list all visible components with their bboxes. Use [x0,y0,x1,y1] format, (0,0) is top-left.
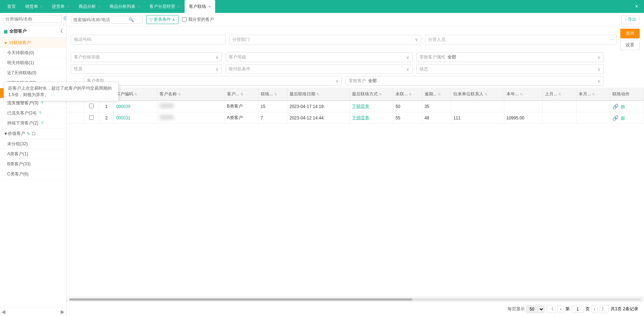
value-checkbox-icon[interactable]: ☐ [32,131,36,136]
filter-phone[interactable]: 电话号码 [71,35,226,44]
sidebar-item-b-class[interactable]: B类客户(33) [0,159,66,169]
row2-last-method-link[interactable]: 下销货单 [352,115,369,120]
table-code-th[interactable]: 客户编码 ⇅ [113,88,157,100]
filter-retail-attr[interactable]: 零散客户属性 全部 ∨ [416,52,604,62]
sidebar-item-a-class[interactable]: A类客户(1) [0,149,66,159]
row2-code[interactable]: 000031 [113,112,157,124]
row2-select[interactable] [89,115,94,120]
table-uncontacted-th[interactable]: 未联... ⇅ [393,88,422,100]
sidebar-value-section-title[interactable]: ▼ 价值客户 ✎ ☐ [0,128,66,139]
row1-grid-icon[interactable]: ⊞ [621,104,625,109]
prev-page-button[interactable]: ‹ [557,306,564,313]
table-overdue-th[interactable]: 逾期... ⇅ [422,88,451,100]
table-last-month-th[interactable]: 上月... ⇅ [543,88,576,100]
row1-checkbox[interactable] [84,100,99,112]
table-this-month-th[interactable]: 本月... ⇅ [576,88,610,100]
nav-analysis-list-close[interactable]: × [138,4,140,9]
contact-sort[interactable]: 联络... ⇅ [261,91,277,97]
my-customer-checkbox[interactable] [182,17,187,22]
first-page-button[interactable]: 《 [547,305,556,313]
declining-help-icon[interactable]: ? [41,121,43,125]
filter-price-level[interactable]: 客户价格等级 ∨ [71,52,222,62]
search-submit-icon[interactable]: 🔍 [129,17,134,22]
manager-dots[interactable]: ··· [610,37,613,42]
table-name-th[interactable]: 客户名称 ⇅ [157,88,224,100]
lost-predict-help-icon[interactable]: ? [41,101,43,105]
table-last-method-th[interactable]: 最后联络方式 ⇅ [350,88,393,100]
last-date-sort[interactable]: 最后联络日期 ⇅ [289,91,319,97]
this-month-sort[interactable]: 本月... ⇅ [579,91,595,97]
lost-help-icon[interactable]: ? [39,111,41,115]
nav-item-purchase[interactable]: 进货单 × [47,0,73,13]
filter-customer-type[interactable]: 客户类型 ∨ [84,76,342,86]
sidebar-item-tomorrow[interactable]: 明天待联络(1) [0,58,66,68]
nav-purchase-close[interactable]: × [67,4,69,9]
sidebar-all-customers[interactable]: ▦ 全部客户 《 [0,25,66,38]
nav-item-analysis[interactable]: 商品分析 × [74,0,105,13]
table-this-year-th[interactable]: 本年... ⇅ [504,88,542,100]
more-filter-button[interactable]: ▽ 更多条件 ∧ [146,15,179,24]
nav-sales-close[interactable]: × [40,4,42,9]
nav-item-customer-tier[interactable]: 客户分层经营 × [145,0,184,13]
nav-item-customer-contact[interactable]: 客户联络 × [185,0,215,13]
sidebar-item-ungroup[interactable]: 未分组(32) [0,139,66,149]
nav-analysis-close[interactable]: × [98,4,100,9]
table-type-th[interactable]: 客户... ⇅ [224,88,258,100]
search-input[interactable] [73,17,127,22]
settings-button[interactable]: 设置 [620,40,640,50]
contact-person-sort[interactable]: 往来单位联系人 ⇅ [453,91,487,97]
tooltip-more-icon[interactable]: ··· [51,92,55,97]
row1-code[interactable]: 000039 [113,100,157,112]
filter-status[interactable]: 状态 ∨ [416,64,604,74]
last-method-sort[interactable]: 最后联络方式 ⇅ [352,91,382,97]
sidebar-pending-title[interactable]: ▼ 待联络客户 [0,38,66,48]
type-sort[interactable]: 客户... ⇅ [227,91,243,97]
sidebar-item-7days[interactable]: 近7天待联络(0) [0,68,66,78]
nav-item-home[interactable]: 首页 [3,0,20,13]
table-contact-th[interactable]: 联络... ⇅ [258,88,287,100]
sidebar-item-today[interactable]: 今天待联络(0) [0,48,66,58]
filter-dept[interactable]: 分管部门 ∨ [229,35,421,44]
window-close-button[interactable]: × [632,3,641,10]
nav-item-sales[interactable]: 销货单 × [21,0,47,13]
scroll-thumb[interactable] [69,298,412,301]
page-input[interactable] [571,306,584,313]
query-button[interactable]: 查询 [620,29,640,38]
sidebar-nav-left[interactable]: ◀ [1,309,5,315]
sidebar-search-icon[interactable]: 🔍 [63,16,66,22]
row1-last-method-link[interactable]: 下销货单 [352,104,369,109]
filter-payment[interactable]: 收付款条件 ∨ [226,64,413,74]
sidebar-item-c-class[interactable]: C类客户(6) [0,169,66,179]
row2-link-icon[interactable]: 🔗 [612,115,618,121]
row1-select[interactable] [89,104,94,108]
row2-checkbox[interactable] [84,112,99,124]
table-last-date-th[interactable]: 最后联络日期 ⇅ [287,88,350,100]
nav-customer-tier-close[interactable]: × [177,4,180,9]
row2-last-method[interactable]: 下销货单 [350,112,393,124]
horizontal-scroll-area[interactable] [66,297,644,302]
per-page-select[interactable]: 50 10 20 100 [526,305,545,313]
next-page-button[interactable]: › [591,306,598,313]
row1-last-method[interactable]: 下销货单 [350,100,393,112]
sidebar-item-declining[interactable]: 持续下滑客户(2) ? [0,118,66,128]
filter-retail-customer[interactable]: 零散客户 全部 ∨ [346,76,604,86]
sidebar-collapse-icon[interactable]: 《 [58,28,62,34]
row1-link-icon[interactable]: 🔗 [612,104,618,109]
nav-customer-contact-close[interactable]: × [208,4,210,9]
filter-customer-level[interactable]: 客户等级 ∨ [226,52,413,62]
nav-item-analysis-list[interactable]: 商品分析列表 × [105,0,144,13]
row2-grid-icon[interactable]: ⊞ [621,115,625,121]
last-page-button[interactable]: 》 [599,305,608,313]
uncontacted-sort[interactable]: 未联... ⇅ [395,91,412,97]
this-year-sort[interactable]: 本年... ⇅ [506,91,523,97]
code-sort[interactable]: 客户编码 ⇅ [116,91,137,97]
filter-gender[interactable]: 性质 ∨ [71,64,222,74]
last-month-sort[interactable]: 上月... ⇅ [545,91,561,97]
sidebar-nav-right[interactable]: ▶ [61,309,65,315]
value-edit-icon[interactable]: ✎ [27,131,30,136]
export-button[interactable]: ↑ 导出 [621,15,640,24]
overdue-sort[interactable]: 逾期... ⇅ [425,91,441,97]
sidebar-item-lost[interactable]: 已流失客户(24) ? [0,108,66,118]
sidebar-search-input[interactable] [3,15,62,23]
filter-manager[interactable]: 分管人员 ··· [425,35,617,44]
